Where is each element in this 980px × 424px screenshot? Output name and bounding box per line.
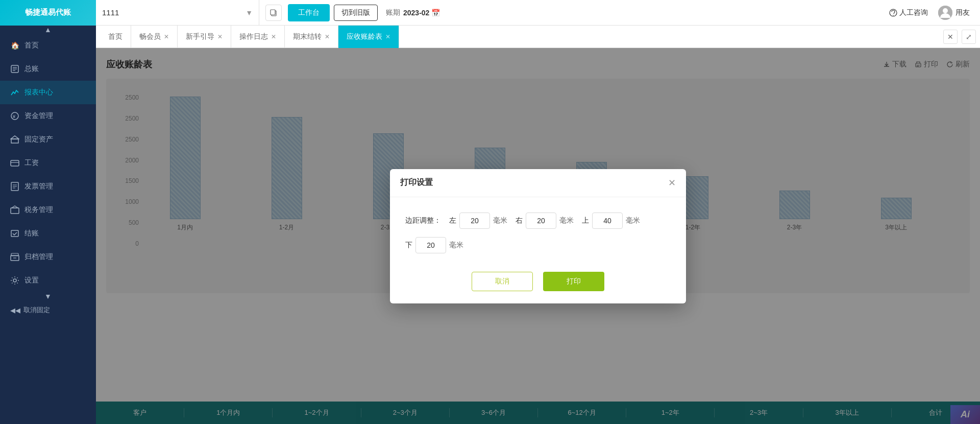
margin-bottom-input[interactable] <box>415 237 446 253</box>
page-content: 应收账龄表 下载 打印 刷新 <box>96 48 980 424</box>
svg-point-3 <box>893 15 894 16</box>
cancel-button[interactable]: 取消 <box>472 272 533 291</box>
sidebar-label-archive: 归档管理 <box>24 252 53 262</box>
support-button[interactable]: 人工咨询 <box>889 8 928 17</box>
svg-rect-20 <box>11 208 19 214</box>
left-unit: 毫米 <box>493 216 507 225</box>
svg-rect-12 <box>11 139 18 143</box>
ledger-icon <box>10 64 19 74</box>
avatar <box>938 6 952 20</box>
collapse-icon: ◀◀ <box>10 307 20 314</box>
tab-guide[interactable]: 新手引导 ✕ <box>178 26 231 48</box>
tab-member-close[interactable]: ✕ <box>164 33 169 40</box>
sidebar-item-ledger[interactable]: 总账 <box>0 57 96 81</box>
chevron-down-icon[interactable]: ▼ <box>246 9 253 17</box>
tab-period-end-close[interactable]: ✕ <box>325 33 330 40</box>
archive-icon <box>10 252 19 262</box>
settings-icon <box>10 276 19 285</box>
svg-rect-14 <box>11 160 19 166</box>
logo-area: 畅捷通易代账 <box>0 0 96 26</box>
tab-guide-close[interactable]: ✕ <box>217 33 223 40</box>
sidebar: ▲ 🏠 首页 总账 报表中心 ¥ 资金管理 固定资产 <box>0 26 96 424</box>
assets-icon <box>10 135 19 144</box>
tax-icon <box>10 205 19 215</box>
print-settings-dialog: 打印设置 ✕ 边距调整： 左 毫米 <box>390 169 686 303</box>
user-name: 用友 <box>955 8 970 17</box>
svg-rect-1 <box>271 10 275 15</box>
margin-row: 边距调整： 左 毫米 右 毫米 <box>405 213 671 253</box>
margin-top-group: 上 毫米 <box>582 213 640 229</box>
sidebar-label-home: 首页 <box>24 41 39 50</box>
checkout-icon <box>10 229 19 238</box>
sidebar-item-home[interactable]: 🏠 首页 <box>0 34 96 57</box>
bottom-unit: 毫米 <box>449 241 463 250</box>
sidebar-item-assets[interactable]: 固定资产 <box>0 128 96 151</box>
sidebar-item-settings[interactable]: 设置 <box>0 269 96 292</box>
switch-old-button[interactable]: 切到旧版 <box>334 5 378 21</box>
sidebar-label-checkout: 结账 <box>24 229 39 238</box>
main-layout: ▲ 🏠 首页 总账 报表中心 ¥ 资金管理 固定资产 <box>0 26 980 424</box>
tab-ar-aging[interactable]: 应收账龄表 ✕ <box>338 26 399 48</box>
margin-right-group: 右 毫米 <box>516 213 574 229</box>
collapse-sidebar-button[interactable]: ◀◀ 取消固定 <box>0 300 96 320</box>
close-window-button[interactable]: ✕ <box>943 30 958 44</box>
tab-member[interactable]: 畅会员 ✕ <box>131 26 178 48</box>
sidebar-item-checkout[interactable]: 结账 <box>0 222 96 245</box>
tab-ar-aging-label: 应收账龄表 <box>347 32 382 41</box>
dialog-footer: 取消 打印 <box>390 264 686 303</box>
calendar-icon[interactable]: 📅 <box>431 9 440 17</box>
company-selector[interactable]: 1111 ▼ <box>96 0 259 26</box>
tab-period-end-label: 期末结转 <box>293 32 322 41</box>
dialog-body: 边距调整： 左 毫米 右 毫米 <box>390 197 686 264</box>
overlay: 打印设置 ✕ 边距调整： 左 毫米 <box>96 48 980 424</box>
maximize-button[interactable]: ⤢ <box>962 30 976 44</box>
sidebar-label-reports: 报表中心 <box>24 88 53 97</box>
sidebar-label-invoice: 发票管理 <box>24 182 53 191</box>
dialog-title: 打印设置 <box>400 177 433 188</box>
sidebar-label-tax: 税务管理 <box>24 205 53 215</box>
right-label: 右 <box>516 216 523 225</box>
workbench-button[interactable]: 工作台 <box>288 4 330 21</box>
sidebar-item-tax[interactable]: 税务管理 <box>0 198 96 222</box>
tab-period-end[interactable]: 期末结转 ✕ <box>285 26 338 48</box>
sidebar-label-ledger: 总账 <box>24 64 39 74</box>
sidebar-scroll-up[interactable]: ▲ <box>0 26 96 34</box>
margin-left-input[interactable] <box>459 213 490 229</box>
tab-home[interactable]: 首页 <box>100 26 131 48</box>
sidebar-scroll-down[interactable]: ▼ <box>0 292 96 300</box>
tab-bar: 首页 畅会员 ✕ 新手引导 ✕ 操作日志 ✕ 期末结转 ✕ 应收账龄表 ✕ <box>96 26 980 48</box>
tab-oplog-label: 操作日志 <box>239 32 268 41</box>
dialog-print-button[interactable]: 打印 <box>543 272 604 291</box>
funds-icon: ¥ <box>10 111 19 121</box>
user-button[interactable]: 用友 <box>938 6 970 20</box>
svg-text:¥: ¥ <box>12 114 16 119</box>
sidebar-item-salary[interactable]: 工资 <box>0 151 96 175</box>
home-icon: 🏠 <box>10 41 19 50</box>
content-area: 首页 畅会员 ✕ 新手引导 ✕ 操作日志 ✕ 期末结转 ✕ 应收账龄表 ✕ <box>96 26 980 424</box>
invoice-icon <box>10 182 19 191</box>
margin-top-input[interactable] <box>592 213 623 229</box>
sidebar-item-funds[interactable]: ¥ 资金管理 <box>0 104 96 128</box>
collapse-label: 取消固定 <box>23 305 50 315</box>
tab-member-label: 畅会员 <box>139 32 161 41</box>
tab-oplog[interactable]: 操作日志 ✕ <box>231 26 285 48</box>
svg-marker-13 <box>11 136 19 139</box>
tab-ar-aging-close[interactable]: ✕ <box>385 33 390 40</box>
period-value: 2023-02 <box>403 9 429 17</box>
dialog-close-button[interactable]: ✕ <box>668 177 676 189</box>
sidebar-label-salary: 工资 <box>24 158 39 168</box>
tab-actions: ✕ ⤢ <box>943 30 976 44</box>
tab-oplog-close[interactable]: ✕ <box>271 33 276 40</box>
sidebar-item-invoice[interactable]: 发票管理 <box>0 175 96 198</box>
logo-text: 畅捷通易代账 <box>25 8 71 17</box>
page-inner: 应收账龄表 下载 打印 刷新 <box>96 48 980 424</box>
left-label: 左 <box>449 216 456 225</box>
reports-icon <box>10 88 19 97</box>
copy-button[interactable] <box>265 5 282 21</box>
margin-right-input[interactable] <box>526 213 556 229</box>
svg-point-5 <box>943 8 948 13</box>
sidebar-item-archive[interactable]: 归档管理 <box>0 245 96 269</box>
margin-label: 边距调整： <box>405 216 441 225</box>
company-name: 1111 <box>102 8 241 17</box>
sidebar-item-reports[interactable]: 报表中心 <box>0 81 96 104</box>
